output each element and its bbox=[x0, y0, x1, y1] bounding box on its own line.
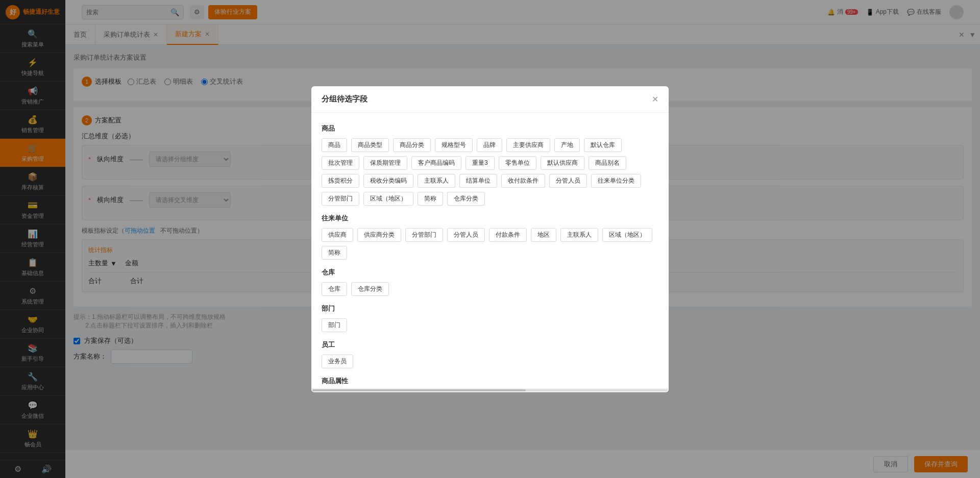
field-chip-0-23[interactable]: 区域（地区） bbox=[363, 192, 413, 206]
field-chip-0-18[interactable]: 结算单位 bbox=[459, 174, 497, 188]
field-chip-0-16[interactable]: 税收分类编码 bbox=[363, 174, 413, 188]
dialog-close-button[interactable]: ✕ bbox=[652, 94, 658, 104]
scrollbar-track bbox=[312, 389, 668, 391]
field-chip-0-17[interactable]: 主联系人 bbox=[418, 174, 455, 188]
field-chip-1-8[interactable]: 简称 bbox=[322, 246, 347, 260]
field-chip-4-0[interactable]: 业务员 bbox=[322, 355, 353, 368]
field-grid-3: 部门 bbox=[322, 318, 658, 332]
dialog: 分组待选字段 ✕ 商品商品商品类型商品分类规格型号品牌主要供应商产地默认仓库批次… bbox=[311, 86, 669, 392]
field-grid-1: 供应商供应商分类分管部门分管人员付款条件地区主联系人区域（地区）简称 bbox=[322, 228, 658, 260]
section-title-0: 商品 bbox=[322, 124, 658, 133]
field-chip-0-0[interactable]: 商品 bbox=[322, 138, 347, 152]
field-chip-0-9[interactable]: 保质期管理 bbox=[363, 156, 407, 170]
field-chip-0-15[interactable]: 拣货积分 bbox=[322, 174, 359, 188]
field-chip-3-0[interactable]: 部门 bbox=[322, 318, 347, 332]
dialog-title: 分组待选字段 bbox=[322, 94, 368, 104]
dialog-scrollbar bbox=[311, 388, 669, 392]
section-title-5: 商品属性 bbox=[322, 376, 658, 386]
field-chip-0-12[interactable]: 零售单位 bbox=[499, 156, 536, 170]
section-title-3: 部门 bbox=[322, 304, 658, 313]
overlay: 分组待选字段 ✕ 商品商品商品类型商品分类规格型号品牌主要供应商产地默认仓库批次… bbox=[0, 0, 980, 478]
field-chip-0-13[interactable]: 默认供应商 bbox=[541, 156, 584, 170]
field-chip-1-0[interactable]: 供应商 bbox=[322, 228, 353, 242]
field-chip-0-22[interactable]: 分管部门 bbox=[322, 192, 359, 206]
field-chip-0-24[interactable]: 简称 bbox=[418, 192, 443, 206]
field-chip-0-8[interactable]: 批次管理 bbox=[322, 156, 359, 170]
dialog-body: 商品商品商品类型商品分类规格型号品牌主要供应商产地默认仓库批次管理保质期管理客户… bbox=[311, 113, 669, 388]
field-chip-0-4[interactable]: 品牌 bbox=[477, 138, 502, 152]
field-chip-1-2[interactable]: 分管部门 bbox=[405, 228, 443, 242]
section-title-4: 员工 bbox=[322, 340, 658, 349]
field-chip-0-5[interactable]: 主要供应商 bbox=[506, 138, 550, 152]
field-chip-0-6[interactable]: 产地 bbox=[554, 138, 580, 152]
field-chip-1-7[interactable]: 区域（地区） bbox=[602, 228, 652, 242]
field-chip-1-5[interactable]: 地区 bbox=[531, 228, 556, 242]
field-chip-1-3[interactable]: 分管人员 bbox=[447, 228, 485, 242]
scrollbar-thumb bbox=[312, 389, 526, 391]
field-chip-1-6[interactable]: 主联系人 bbox=[560, 228, 598, 242]
section-title-2: 仓库 bbox=[322, 268, 658, 277]
field-chip-1-1[interactable]: 供应商分类 bbox=[357, 228, 401, 242]
field-chip-0-20[interactable]: 分管人员 bbox=[549, 174, 587, 188]
field-chip-0-3[interactable]: 规格型号 bbox=[435, 138, 473, 152]
field-chip-0-21[interactable]: 往来单位分类 bbox=[591, 174, 641, 188]
field-chip-2-0[interactable]: 仓库 bbox=[322, 282, 347, 296]
field-grid-4: 业务员 bbox=[322, 355, 658, 368]
field-chip-0-14[interactable]: 商品别名 bbox=[589, 156, 626, 170]
dialog-header: 分组待选字段 ✕ bbox=[311, 86, 669, 113]
field-grid-0: 商品商品类型商品分类规格型号品牌主要供应商产地默认仓库批次管理保质期管理客户商品… bbox=[322, 138, 658, 206]
field-chip-0-19[interactable]: 收付款条件 bbox=[501, 174, 545, 188]
field-chip-2-1[interactable]: 仓库分类 bbox=[351, 282, 389, 296]
field-chip-0-7[interactable]: 默认仓库 bbox=[584, 138, 622, 152]
field-grid-2: 仓库仓库分类 bbox=[322, 282, 658, 296]
section-title-1: 往来单位 bbox=[322, 214, 658, 223]
field-chip-0-11[interactable]: 重量3 bbox=[465, 156, 495, 170]
field-chip-0-10[interactable]: 客户商品编码 bbox=[411, 156, 461, 170]
field-chip-1-4[interactable]: 付款条件 bbox=[489, 228, 527, 242]
field-chip-0-2[interactable]: 商品分类 bbox=[393, 138, 431, 152]
field-chip-0-1[interactable]: 商品类型 bbox=[351, 138, 389, 152]
field-chip-0-25[interactable]: 仓库分类 bbox=[447, 192, 485, 206]
